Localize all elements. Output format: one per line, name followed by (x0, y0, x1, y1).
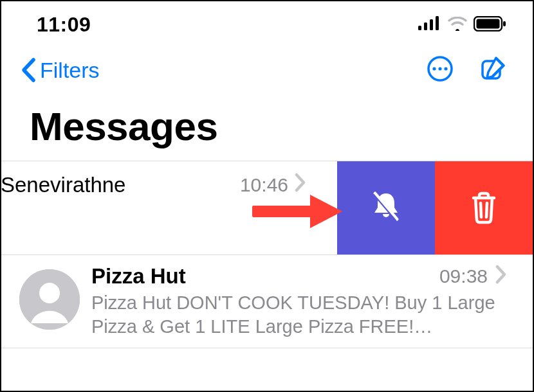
svg-rect-2 (430, 19, 433, 30)
delete-button[interactable] (435, 161, 533, 254)
svg-point-9 (438, 67, 441, 70)
conversation-time: 10:46 (240, 173, 306, 197)
nav-bar: Filters (1, 43, 533, 91)
mute-button[interactable] (337, 161, 435, 254)
avatar (19, 269, 80, 330)
svg-rect-5 (477, 19, 500, 28)
svg-line-17 (481, 203, 481, 217)
compose-button[interactable] (479, 55, 507, 85)
conversation-row[interactable]: Pizza Hut 09:38 Pizza Hut DON'T COOK TUE… (1, 254, 533, 348)
back-button[interactable]: Filters (19, 57, 100, 83)
battery-icon (474, 16, 507, 34)
bell-slash-icon (367, 188, 405, 228)
status-indicators (418, 16, 507, 34)
svg-point-8 (432, 67, 436, 70)
conversation-name: Senevirathne (1, 173, 125, 197)
svg-point-10 (444, 67, 447, 70)
chevron-left-icon (19, 57, 39, 83)
chevron-right-icon (495, 265, 507, 289)
cellular-icon (418, 16, 441, 34)
back-label: Filters (40, 58, 100, 83)
svg-rect-0 (418, 26, 421, 30)
conversation-list: Senevirathne 10:46 (1, 161, 533, 348)
svg-line-18 (486, 203, 487, 217)
page-title: Messages (1, 91, 533, 161)
app-frame: 11:09 Filters (0, 0, 534, 392)
wifi-icon (448, 17, 467, 33)
more-button[interactable] (426, 55, 454, 85)
status-time: 11:09 (37, 13, 91, 37)
conversation-row[interactable]: Senevirathne 10:46 (1, 161, 533, 254)
svg-rect-6 (503, 21, 506, 26)
svg-point-20 (39, 283, 60, 303)
trash-icon (467, 189, 501, 227)
conversation-time: 09:38 (439, 265, 507, 289)
svg-rect-3 (436, 16, 439, 30)
status-bar: 11:09 (1, 1, 533, 43)
conversation-name: Pizza Hut (91, 264, 186, 289)
conversation-preview: Pizza Hut DON'T COOK TUESDAY! Buy 1 Larg… (91, 291, 507, 339)
swipe-actions (337, 161, 533, 254)
svg-rect-1 (424, 22, 427, 30)
chevron-right-icon (295, 173, 306, 197)
